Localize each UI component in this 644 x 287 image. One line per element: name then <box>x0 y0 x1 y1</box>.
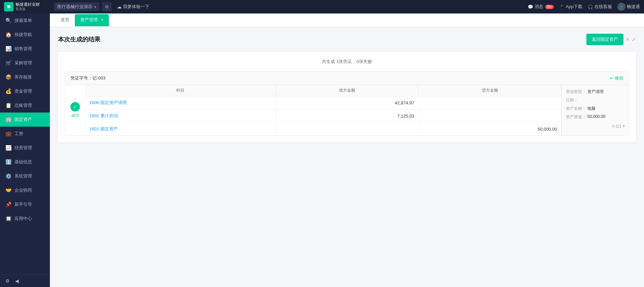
trial-button[interactable]: ☁ 我要体验一下 <box>117 4 149 10</box>
building-icon: 🏢 <box>5 117 12 123</box>
return-button[interactable]: 返回固定资产 <box>586 34 623 45</box>
sidebar: 🔍 搜索菜单 🏠 快捷导航 📊 销售管理 🛒 采购管理 📦 库存核算 💰 资金管… <box>0 13 50 287</box>
collapse-icon[interactable]: ◀ <box>15 278 19 284</box>
subject-cell-2[interactable]: 1601 固定资产 <box>85 123 276 136</box>
message-icon: 💬 <box>528 4 533 9</box>
status-column: ✓ 成功 <box>65 85 85 135</box>
chevron-down-icon: ▾ <box>94 5 96 9</box>
sidebar-item-ledger[interactable]: 📋 总账管理 <box>0 98 50 113</box>
sidebar-item-salary[interactable]: 💼 工资 <box>0 127 50 141</box>
page-indicator: 1/1 <box>616 124 622 129</box>
pin-icon: 📌 <box>5 201 12 208</box>
sidebar-item-funds[interactable]: 💰 资金管理 <box>0 84 50 98</box>
credit-cell-0 <box>419 96 561 109</box>
customer-service-button[interactable]: 🎧 在线客服 <box>588 4 612 10</box>
headset-icon: 🎧 <box>588 4 593 9</box>
tab-home[interactable]: 首页 <box>55 14 75 26</box>
header-right: 💬 消息 99+ 📱 App下载 🎧 在线客服 👤 畅捷通 <box>528 3 640 11</box>
briefcase-icon: 💼 <box>5 131 12 137</box>
col-header-debit: 借方金额 <box>276 85 419 96</box>
sidebar-item-label: 资金管理 <box>14 88 32 94</box>
prev-page-icon[interactable]: < <box>612 124 615 129</box>
sidebar-item-label: 基础信息 <box>14 159 32 165</box>
close-dialog-icon[interactable]: × <box>626 36 629 42</box>
cart-icon: 🛒 <box>5 60 12 66</box>
sidebar-item-label: 经营管理 <box>14 145 32 151</box>
user-area[interactable]: 👤 畅捷通 <box>617 3 640 11</box>
sidebar-item-basic-info[interactable]: ℹ️ 基础信息 <box>0 155 50 169</box>
avatar-icon: 👤 <box>619 5 623 9</box>
side-info-panel: 变动类型： 资产清理 日期： 资产名称： 电脑 <box>561 85 629 135</box>
sidebar-item-search[interactable]: 🔍 搜索菜单 <box>0 13 50 28</box>
table-row: 1606 固定资产清理 42,874.97 <box>85 96 561 109</box>
table-row: 1601 固定资产 50,000.00 <box>85 123 561 136</box>
sidebar-item-label: 总账管理 <box>14 102 32 108</box>
company-name: 医疗器械行业演示 <box>57 4 92 10</box>
page-content: 本次生成的结果 返回固定资产 × ⤢ 共生成 1张凭证，0张失败 凭证字号：记-… <box>50 27 644 287</box>
sidebar-item-guide[interactable]: 📌 新手引导 <box>0 197 50 212</box>
sidebar-item-label: 快捷导航 <box>14 32 32 38</box>
top-header: 畅 畅捷通好业财 普及版 医疗器械行业演示 ▾ ⚙ ☁ 我要体验一下 💬 消息 … <box>0 0 644 13</box>
sidebar-item-label: 固定资产 <box>14 117 32 123</box>
sidebar-item-enterprise[interactable]: 🤝 企业协同 <box>0 183 50 197</box>
info-icon: ℹ️ <box>5 159 12 165</box>
search-icon: 🔍 <box>5 18 12 24</box>
change-type-label: 变动类型： <box>566 89 586 95</box>
logo-area: 畅 畅捷通好业财 普及版 <box>4 2 54 11</box>
logo-text-area: 畅捷通好业财 普及版 <box>16 2 40 11</box>
voucher-number: 凭证字号：记-003 <box>70 75 105 81</box>
box-icon: 📦 <box>5 74 12 80</box>
sidebar-item-purchase[interactable]: 🛒 采购管理 <box>0 56 50 70</box>
result-summary: 共生成 1张凭证，0张失败 <box>65 59 629 65</box>
home-icon: 🏠 <box>5 32 12 38</box>
col-header-credit: 贷方金额 <box>419 85 561 96</box>
page-title: 本次生成的结果 <box>58 35 100 43</box>
tab-close-icon[interactable]: × <box>101 18 103 22</box>
voucher-section: 凭证字号：记-003 ✏ 修改 ✓ 成功 <box>65 71 629 136</box>
sidebar-item-fixed-assets[interactable]: 🏢 固定资产 <box>0 113 50 127</box>
original-value-label: 资产原值： <box>566 114 586 120</box>
sidebar-bottom: ⚙ ◀ <box>0 275 50 287</box>
page-title-row: 本次生成的结果 返回固定资产 × ⤢ <box>58 34 636 45</box>
tab-asset-management[interactable]: 资产管理 × <box>75 14 109 26</box>
next-page-icon[interactable]: > <box>622 124 625 129</box>
sidebar-item-sales[interactable]: 📊 销售管理 <box>0 42 50 56</box>
app-download-button[interactable]: 📱 App下载 <box>559 4 582 10</box>
original-value-value: 50,000.00 <box>587 114 605 119</box>
side-info-pagination: < 1/1 > <box>566 124 625 129</box>
edit-button[interactable]: ✏ 修改 <box>610 75 623 81</box>
tab-bar: 首页 资产管理 × <box>50 13 644 27</box>
messages-button[interactable]: 💬 消息 99+ <box>528 4 554 10</box>
trend-icon: 📈 <box>5 145 12 151</box>
date-label: 日期： <box>566 97 578 103</box>
sidebar-item-app-center[interactable]: 🔲 应用中心 <box>0 212 50 226</box>
original-value-row: 资产原值： 50,000.00 <box>566 114 625 120</box>
sidebar-item-label: 新手引导 <box>14 201 32 208</box>
credit-cell-1 <box>419 109 561 123</box>
settings-button[interactable]: ⚙ <box>102 2 112 11</box>
settings-bottom-icon[interactable]: ⚙ <box>5 278 10 284</box>
debit-cell-2 <box>276 123 419 136</box>
sidebar-item-label: 工资 <box>14 131 23 137</box>
table-row: 1602 累计折旧 7,125.03 <box>85 109 561 123</box>
subject-cell-1[interactable]: 1602 累计折旧 <box>85 109 276 123</box>
sidebar-item-quick-nav[interactable]: 🏠 快捷导航 <box>0 28 50 42</box>
main-layout: 🔍 搜索菜单 🏠 快捷导航 📊 销售管理 🛒 采购管理 📦 库存核算 💰 资金管… <box>0 13 644 287</box>
sidebar-item-label: 企业协同 <box>14 187 32 193</box>
logo-sub: 普及版 <box>16 7 40 11</box>
subject-cell-0[interactable]: 1606 固定资产清理 <box>85 96 276 109</box>
avatar: 👤 <box>617 3 625 11</box>
change-type-row: 变动类型： 资产清理 <box>566 89 625 95</box>
sidebar-item-operations[interactable]: 📈 经营管理 <box>0 141 50 155</box>
debit-cell-0: 42,874.97 <box>276 96 419 109</box>
sidebar-item-label: 销售管理 <box>14 46 32 52</box>
sidebar-item-label: 应用中心 <box>14 216 32 222</box>
sidebar-item-system[interactable]: ⚙️ 系统管理 <box>0 169 50 183</box>
result-box: 共生成 1张凭证，0张失败 凭证字号：记-003 ✏ 修改 ✓ <box>58 52 636 142</box>
change-type-value: 资产清理 <box>587 89 604 95</box>
expand-dialog-icon[interactable]: ⤢ <box>632 37 636 42</box>
company-selector[interactable]: 医疗器械行业演示 ▾ <box>54 2 99 11</box>
gear-icon: ⚙ <box>105 4 109 9</box>
sidebar-item-inventory[interactable]: 📦 库存核算 <box>0 70 50 84</box>
download-icon: 📱 <box>559 4 564 9</box>
